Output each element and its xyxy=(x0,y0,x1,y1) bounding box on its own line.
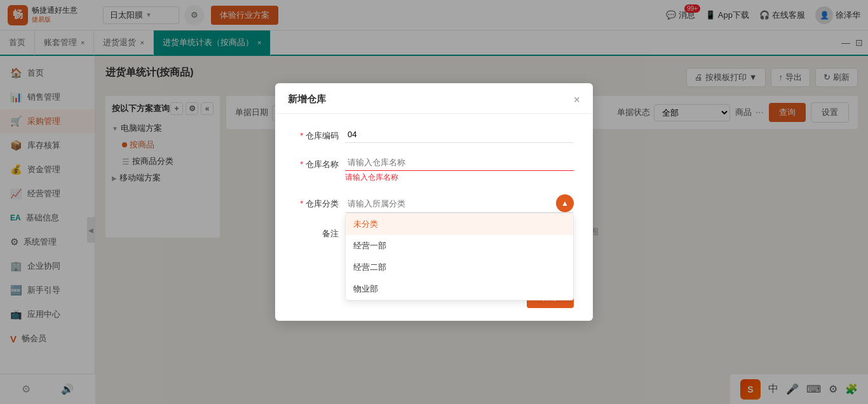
form-row-code: 仓库编码 xyxy=(294,126,574,143)
dropdown-toggle-button[interactable]: ▲ xyxy=(556,194,574,212)
category-option-2[interactable]: 经营二部 xyxy=(346,257,573,278)
code-input[interactable] xyxy=(345,126,574,143)
category-input-row: ▲ xyxy=(345,194,574,213)
category-option-3[interactable]: 物业部 xyxy=(346,278,573,300)
modal-body: 仓库编码 仓库名称 请输入仓库名称 仓库分类 ▲ xyxy=(275,114,593,286)
category-option-0[interactable]: 未分类 xyxy=(346,213,573,235)
code-label: 仓库编码 xyxy=(294,126,345,142)
category-label: 仓库分类 xyxy=(294,194,345,210)
modal-overlay: 新增仓库 × 仓库编码 仓库名称 请输入仓库名称 仓库分类 xyxy=(0,0,868,404)
modal-title: 新增仓库 xyxy=(288,93,326,105)
form-row-category: 仓库分类 ▲ 未分类 经营一部 经营二部 物业部 xyxy=(294,194,574,213)
name-error-message: 请输入仓库名称 xyxy=(345,172,574,183)
modal-close-button[interactable]: × xyxy=(573,94,580,105)
category-option-1[interactable]: 经营一部 xyxy=(346,235,573,257)
category-dropdown-wrapper: ▲ 未分类 经营一部 经营二部 物业部 xyxy=(345,194,574,213)
category-input[interactable] xyxy=(345,196,556,212)
modal-header: 新增仓库 × xyxy=(275,83,593,114)
name-input[interactable] xyxy=(345,154,574,171)
note-label: 备注 xyxy=(294,224,345,239)
form-row-name: 仓库名称 请输入仓库名称 xyxy=(294,154,574,183)
name-label: 仓库名称 xyxy=(294,155,345,170)
new-warehouse-modal: 新增仓库 × 仓库编码 仓库名称 请输入仓库名称 仓库分类 xyxy=(275,83,593,321)
category-dropdown-list: 未分类 经营一部 经营二部 物业部 xyxy=(345,213,574,300)
